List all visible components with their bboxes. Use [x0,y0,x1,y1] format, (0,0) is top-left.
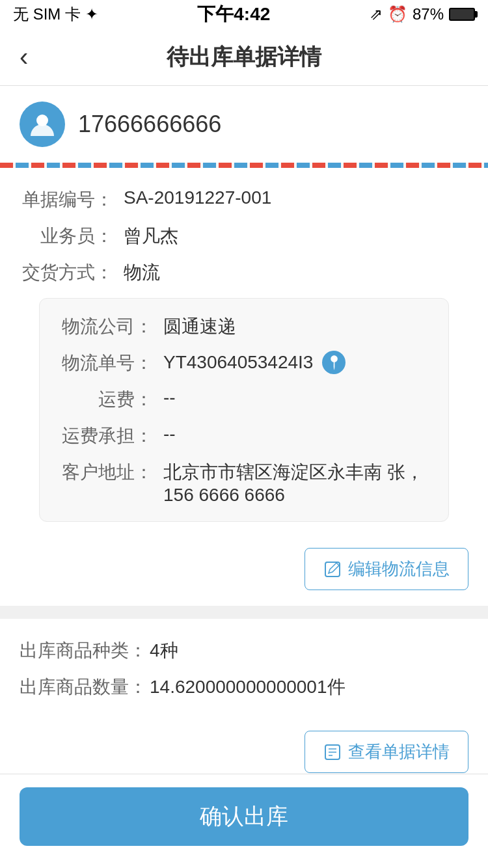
view-detail-label: 查看单据详情 [348,740,450,763]
dashed-divider [0,163,488,168]
freight-bear-row: 运费承担： -- [59,424,429,448]
salesman-label: 业务员： [20,224,124,249]
order-no-value: SA-20191227-001 [124,187,468,208]
page-title: 待出库单据详情 [167,42,321,72]
order-no-row: 单据编号： SA-20191227-001 [20,187,468,212]
map-location-icon[interactable] [322,351,346,374]
nav-bar: ‹ 待出库单据详情 [0,29,488,86]
address-value: 北京市市辖区海淀区永丰南 张，156 6666 6666 [163,460,429,506]
edit-btn-row: 编辑物流信息 [0,548,488,606]
freight-bear-label: 运费承担： [59,424,163,448]
edit-logistics-button[interactable]: 编辑物流信息 [305,548,468,590]
confirm-btn-label: 确认出库 [200,802,288,832]
address-label: 客户地址： [59,460,163,485]
edit-logistics-label: 编辑物流信息 [348,558,450,580]
logistics-card: 物流公司： 圆通速递 物流单号： YT43064053424I3 运费： -- … [39,298,449,522]
status-bar: 无 SIM 卡 ✦ 下午4:42 ⇗ ⏰ 87% [0,0,488,29]
tracking-number-text: YT43064053424I3 [163,352,313,373]
battery-icon [449,8,475,21]
confirm-outbound-button[interactable]: 确认出库 [20,787,468,846]
goods-types-label: 出库商品种类： [20,638,150,663]
sim-status: 无 SIM 卡 ✦ [13,4,98,25]
address-row: 客户地址： 北京市市辖区海淀区永丰南 张，156 6666 6666 [59,460,429,506]
customer-row: 17666666666 [0,86,488,163]
goods-types-row: 出库商品种类： 4种 [20,638,468,663]
section-separator [0,606,488,619]
delivery-row: 交货方式： 物流 [20,260,468,285]
goods-quantity-value: 14.620000000000001件 [150,675,468,699]
confirm-btn-wrap: 确认出库 [0,774,488,868]
logistics-company-value: 圆通速递 [163,314,429,339]
freight-value: -- [163,387,429,408]
freight-label: 运费： [59,387,163,412]
avatar [20,102,65,147]
battery-level: 87% [413,5,444,23]
salesman-value: 曾凡杰 [124,224,468,249]
customer-phone: 17666666666 [78,111,221,138]
salesman-row: 业务员： 曾凡杰 [20,224,468,249]
status-bar-time: 下午4:42 [197,2,270,27]
order-no-label: 单据编号： [20,187,124,212]
logistics-tracking-label: 物流单号： [59,351,163,375]
delivery-value: 物流 [124,260,468,285]
order-info-section: 单据编号： SA-20191227-001 业务员： 曾凡杰 交货方式： 物流 … [0,168,488,548]
status-bar-left: 无 SIM 卡 ✦ [13,4,98,25]
logistics-tracking-value: YT43064053424I3 [163,351,429,374]
goods-quantity-label: 出库商品数量： [20,675,150,699]
delivery-label: 交货方式： [20,260,124,285]
logistics-company-label: 物流公司： [59,314,163,339]
logistics-company-row: 物流公司： 圆通速递 [59,314,429,339]
goods-quantity-row: 出库商品数量： 14.620000000000001件 [20,675,468,699]
view-detail-button[interactable]: 查看单据详情 [305,731,468,773]
goods-section: 出库商品种类： 4种 出库商品数量： 14.620000000000001件 [0,619,488,724]
logistics-tracking-row: 物流单号： YT43064053424I3 [59,351,429,375]
alarm-icon: ⏰ [388,5,407,23]
freight-bear-value: -- [163,424,429,444]
goods-types-value: 4种 [150,638,468,663]
back-button[interactable]: ‹ [20,42,59,72]
status-bar-right: ⇗ ⏰ 87% [370,5,475,23]
freight-row: 运费： -- [59,387,429,412]
location-icon: ⇗ [370,5,383,23]
